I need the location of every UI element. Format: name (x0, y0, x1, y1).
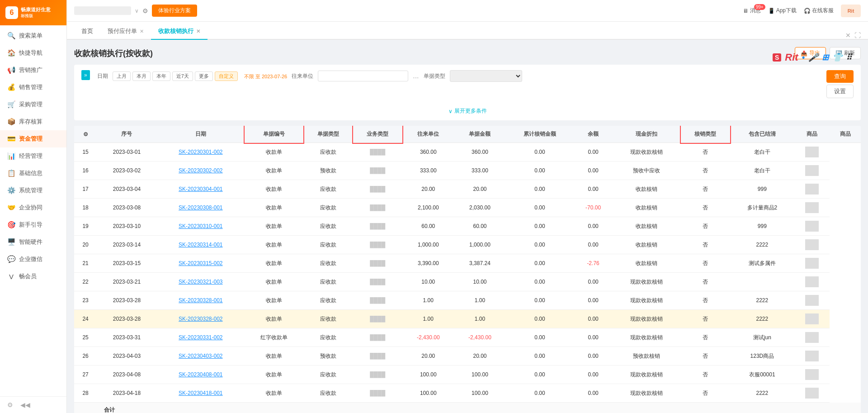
sidebar-item-finance[interactable]: 💳 资金管理 (0, 130, 66, 147)
custom-date-btn[interactable]: 自定义 (215, 71, 238, 81)
cell-discount: -2.76 (574, 254, 613, 273)
tab-label-home: 首页 (81, 27, 93, 35)
doc-num-link[interactable]: SK-20230328-001 (179, 297, 222, 304)
cell-num: 27 (74, 366, 97, 384)
sidebar-item-marketing[interactable]: 📢 营销推广 (0, 62, 66, 79)
col-settings[interactable]: ⚙ (74, 126, 97, 143)
doc-num-link[interactable]: SK-20230302-002 (179, 167, 222, 174)
col-amount: 单据金额 (454, 126, 505, 143)
sidebar-item-search[interactable]: 🔍 搜索菜单 (0, 27, 66, 44)
col-biz-type: 业务类型 (353, 126, 403, 143)
cell-verified: 333.00 (454, 161, 505, 180)
sidebar-item-wechat[interactable]: 💬 企业微信 (0, 251, 66, 268)
filter-expand-button[interactable]: » (81, 70, 90, 80)
tab-close-all-icon[interactable]: ✕ (845, 32, 851, 39)
cell-product2 (794, 347, 830, 366)
doc-num-link[interactable]: SK-20230310-001 (179, 223, 222, 229)
solution-button[interactable]: 体验行业方案 (152, 5, 197, 17)
cell-verified: 1.00 (454, 310, 505, 328)
cell-include-settled: 否 (681, 236, 731, 254)
last-month-btn[interactable]: 上月 (113, 71, 131, 81)
cell-date: 2023-03-10 (97, 217, 156, 236)
col-verified: 累计核销金额 (506, 126, 574, 143)
doc-num-link[interactable]: SK-20230331-002 (179, 334, 222, 341)
sidebar-item-system[interactable]: ⚙️ 系统管理 (0, 182, 66, 199)
cell-product: 2222 (730, 291, 794, 310)
doc-num-link[interactable]: SK-20230408-001 (179, 371, 222, 378)
doc-num-link[interactable]: SK-20230308-001 (179, 204, 222, 211)
collapse-icon[interactable]: ◀◀ (20, 401, 30, 408)
cell-balance: 0.00 (506, 347, 574, 366)
doc-num-link[interactable]: SK-20230301-002 (179, 149, 222, 155)
cell-doc-num: SK-20230418-001 (157, 384, 245, 403)
table-row: 28 2023-04-18 SK-20230418-001 收款单 应收款 ██… (74, 384, 861, 403)
more-date-btn[interactable]: 更多 (195, 71, 213, 81)
doc-num-link[interactable]: SK-20230403-002 (179, 353, 222, 359)
date-filter-label: 日期 (97, 72, 108, 80)
doc-num-link[interactable]: SK-20230328-002 (179, 316, 222, 322)
sidebar-icon-system: ⚙️ (7, 186, 15, 195)
cell-amount: 2,100.00 (402, 199, 454, 217)
app-download-button[interactable]: 📱 App下载 (768, 7, 797, 14)
more-filter-icon[interactable]: ... (413, 72, 419, 80)
cell-product2 (794, 328, 830, 347)
cell-date: 2023-04-08 (97, 366, 156, 384)
doc-num-link[interactable]: SK-20230314-001 (179, 242, 222, 248)
doc-num-link[interactable]: SK-20230315-002 (179, 260, 222, 266)
messages-button[interactable]: 🖥 消息 99+ (743, 7, 761, 14)
sidebar-item-guide[interactable]: 🎯 新手引导 (0, 216, 66, 233)
tab-collection[interactable]: 收款核销执行✕ (151, 24, 208, 40)
sidebar-item-operations[interactable]: 📊 经营管理 (0, 147, 66, 165)
doc-type-select[interactable] (450, 70, 522, 82)
cell-date: 2023-03-01 (97, 143, 156, 161)
sidebar-item-inventory[interactable]: 📦 库存核算 (0, 113, 66, 130)
sidebar-label-shortcuts: 快捷导航 (19, 49, 42, 57)
doc-num-link[interactable]: SK-20230304-001 (179, 186, 222, 192)
tab-close-prepay[interactable]: ✕ (140, 28, 144, 34)
tab-close-collection[interactable]: ✕ (196, 28, 200, 34)
tab-prepay[interactable]: 预付应付单✕ (100, 24, 151, 40)
headset-icon: 🎧 (804, 8, 811, 14)
cell-discount: 0.00 (574, 161, 613, 180)
expand-more-conditions[interactable]: ∨ 展开更多条件 (81, 105, 854, 115)
cell-product: 2222 (730, 310, 794, 328)
sidebar-item-corp[interactable]: 🤝 企业协同 (0, 199, 66, 216)
tab-home[interactable]: 首页 (74, 24, 100, 40)
cell-product2 (794, 161, 830, 180)
query-button[interactable]: 查询 (826, 70, 854, 83)
cell-doc-num: SK-20230304-001 (157, 180, 245, 199)
table-row: 23 2023-03-28 SK-20230328-001 收款单 应收款 ██… (74, 291, 861, 310)
cell-partner: ████ (353, 328, 403, 347)
sidebar-item-sales[interactable]: 💰 销售管理 (0, 79, 66, 96)
settings-footer-icon[interactable]: ⚙ (7, 401, 13, 408)
online-service-button[interactable]: 🎧 在线客服 (804, 7, 834, 14)
sidebar-item-basic[interactable]: 📋 基础信息 (0, 165, 66, 182)
last-7days-btn[interactable]: 近7天 (172, 71, 193, 81)
cell-amount: 333.00 (402, 161, 454, 180)
sidebar-item-member[interactable]: V 畅会员 (0, 268, 66, 285)
cell-balance: 0.00 (506, 273, 574, 291)
this-month-btn[interactable]: 本月 (132, 71, 151, 81)
sidebar-item-shortcuts[interactable]: 🏠 快捷导航 (0, 44, 66, 62)
sidebar-label-operations: 经营管理 (19, 152, 42, 160)
sidebar-label-member: 畅会员 (19, 272, 37, 280)
sidebar-item-purchase[interactable]: 🛒 采购管理 (0, 96, 66, 113)
avatar[interactable]: Rit (841, 5, 861, 17)
sidebar-nav: 🔍 搜索菜单 🏠 快捷导航 📢 营销推广 💰 销售管理 🛒 采购管理 📦 库存核… (0, 25, 66, 396)
table-row: 22 2023-03-21 SK-20230321-003 收款单 应收款 ██… (74, 273, 861, 291)
setting-button[interactable]: 设置 (826, 85, 854, 98)
cell-product2 (794, 236, 830, 254)
cell-date: 2023-04-03 (97, 347, 156, 366)
sidebar-item-hardware[interactable]: 🖥️ 智能硬件 (0, 233, 66, 251)
page-header: 收款核销执行(按收款) 📤 导出 🔄 刷新 (74, 47, 861, 59)
tab-fullscreen-icon[interactable]: ⛶ (854, 32, 861, 39)
cell-biz-type: 应收款 (303, 217, 353, 236)
partner-input[interactable] (318, 71, 408, 81)
table-row: 19 2023-03-10 SK-20230310-001 收款单 应收款 ██… (74, 217, 861, 236)
topbar-gear-icon[interactable]: ⚙ (142, 7, 148, 14)
cell-discount: 0.00 (574, 291, 613, 310)
sidebar-label-inventory: 库存核算 (19, 118, 42, 126)
doc-num-link[interactable]: SK-20230321-003 (179, 279, 222, 285)
doc-num-link[interactable]: SK-20230418-001 (179, 390, 222, 396)
this-year-btn[interactable]: 本年 (152, 71, 170, 81)
